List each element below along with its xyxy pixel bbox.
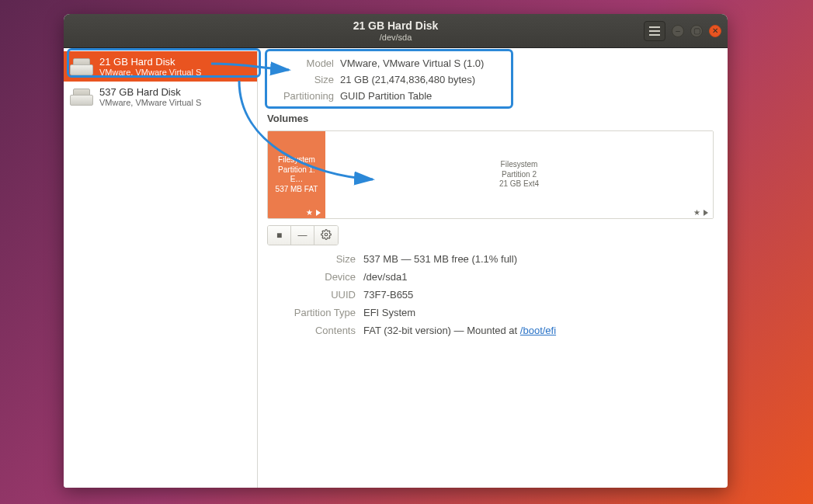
detail-device-label: Device: [267, 271, 363, 283]
volume-label: Filesystem: [275, 155, 318, 165]
window-close-button[interactable]: ✕: [709, 25, 721, 37]
model-value: VMware, VMware Virtual S (1.0): [340, 57, 714, 69]
volume-toolbar: ■ —: [267, 225, 339, 245]
detail-ptype: EFI System: [363, 307, 714, 318]
volume-label: Partition 1: E…: [268, 165, 325, 185]
detail-size: 537 MB — 531 MB free (1.1% full): [363, 253, 714, 265]
window-minimize-button[interactable]: –: [672, 25, 684, 37]
partition-options-button[interactable]: [314, 226, 338, 245]
hard-disk-icon: [70, 89, 93, 106]
main-content: 21 GB Hard Disk VMware, VMware Virtual S…: [64, 48, 728, 488]
mount-point-link[interactable]: /boot/efi: [520, 325, 556, 336]
disk-info-table: Model VMware, VMware Virtual S (1.0) Siz…: [266, 57, 714, 102]
volume-label: Partition 2: [502, 170, 537, 180]
sidebar: 21 GB Hard Disk VMware, VMware Virtual S…: [64, 48, 258, 488]
detail-uuid-label: UUID: [267, 289, 363, 301]
volume-label: 537 MB FAT: [273, 185, 321, 195]
detail-device: /dev/sda1: [363, 271, 714, 283]
window-title: 21 GB Hard Disk: [64, 19, 728, 32]
disk-title: 537 GB Hard Disk: [99, 86, 201, 98]
partition-details: Size 537 MB — 531 MB free (1.1% full) De…: [267, 253, 714, 336]
window-maximize-button[interactable]: ▢: [690, 25, 703, 37]
play-icon: [704, 210, 708, 216]
unmount-button[interactable]: ■: [268, 226, 291, 245]
volume-partition-2[interactable]: Filesystem Partition 2 21 GB Ext4 ★: [325, 131, 713, 218]
titlebar: 21 GB Hard Disk /dev/sda – ▢ ✕: [64, 14, 728, 48]
volumes-heading: Volumes: [267, 113, 714, 124]
star-icon: ★: [306, 208, 313, 217]
volume-label: 21 GB Ext4: [499, 179, 539, 189]
window-subtitle: /dev/sda: [64, 33, 728, 42]
contents-text: FAT (32-bit version) — Mounted at: [363, 325, 520, 336]
partitioning-value: GUID Partition Table: [340, 90, 714, 102]
play-icon: [316, 210, 321, 216]
detail-contents: FAT (32-bit version) — Mounted at /boot/…: [363, 325, 714, 336]
gear-icon: [321, 229, 332, 242]
sidebar-disk-21gb[interactable]: 21 GB Hard Disk VMware, VMware Virtual S: [64, 51, 257, 82]
star-icon: ★: [693, 208, 700, 217]
volumes-diagram: Filesystem Partition 1: E… 537 MB FAT ★ …: [267, 130, 714, 219]
detail-contents-label: Contents: [267, 325, 363, 336]
size-label: Size: [266, 74, 340, 85]
partitioning-label: Partitioning: [266, 90, 340, 102]
detail-ptype-label: Partition Type: [267, 307, 363, 318]
hamburger-menu-button[interactable]: [644, 21, 665, 41]
disk-subtitle: VMware, VMware Virtual S: [99, 68, 201, 77]
disks-window: 21 GB Hard Disk /dev/sda – ▢ ✕ 21 GB Har…: [64, 14, 728, 488]
model-label: Model: [266, 57, 340, 69]
detail-size-label: Size: [267, 253, 363, 265]
delete-partition-button[interactable]: —: [291, 226, 314, 245]
volume-partition-1[interactable]: Filesystem Partition 1: E… 537 MB FAT ★: [268, 131, 325, 218]
sidebar-disk-537gb[interactable]: 537 GB Hard Disk VMware, VMware Virtual …: [64, 82, 257, 112]
svg-point-0: [325, 233, 328, 236]
detail-uuid: 73F7-B655: [363, 289, 714, 301]
disk-subtitle: VMware, VMware Virtual S: [99, 98, 201, 107]
size-value: 21 GB (21,474,836,480 bytes): [340, 74, 714, 85]
hard-disk-icon: [70, 58, 93, 75]
disk-title: 21 GB Hard Disk: [99, 56, 201, 68]
volume-label: Filesystem: [501, 160, 538, 170]
detail-pane: Model VMware, VMware Virtual S (1.0) Siz…: [258, 48, 728, 488]
